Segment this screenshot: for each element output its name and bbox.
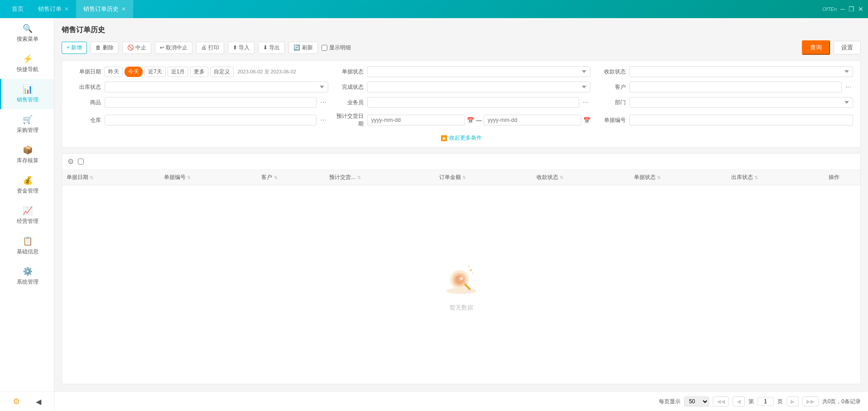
first-page-btn[interactable]: ◀◀ <box>713 396 729 406</box>
sidebar-icon: ⚡ <box>23 54 33 64</box>
tab-销售订单历史[interactable]: 销售订单历史 ✕ <box>76 0 133 18</box>
warehouse2-label: 仓库 <box>69 116 101 124</box>
close-icon[interactable]: ✕ <box>858 5 863 13</box>
sort-icon-customer[interactable]: ⇅ <box>274 175 278 180</box>
pagination-bar: 每页显示 50 10 20 100 ◀◀ ◀ 第 页 ▶ ▶▶ 共0页，0条记录 <box>54 392 868 411</box>
settings-button[interactable]: 设置 <box>834 41 861 54</box>
delivery-date-end[interactable] <box>484 115 581 126</box>
prev-page-btn[interactable]: ◀ <box>733 396 745 406</box>
date-btn-more[interactable]: 更多 <box>190 67 208 77</box>
tab-close-icon[interactable]: ✕ <box>121 6 126 12</box>
sort-icon-warehouse[interactable]: ⇅ <box>754 175 758 180</box>
date-label: 单据日期 <box>69 68 101 76</box>
sort-icon-receipt[interactable]: ⇅ <box>560 175 563 180</box>
product-input[interactable] <box>105 97 317 108</box>
date-btn-today[interactable]: 今天 <box>125 67 143 77</box>
salesperson-input[interactable] <box>367 97 579 108</box>
sidebar-item-搜索菜单[interactable]: 🔍搜索菜单 <box>0 18 54 48</box>
sidebar-item-基础信息[interactable]: 📋基础信息 <box>0 231 54 261</box>
collapse-btn[interactable]: 🔼 收起更多条件 <box>441 132 482 142</box>
date-range-text: 2023-06-02 至 2023-06-02 <box>237 68 296 75</box>
sidebar-item-资金管理[interactable]: 💰资金管理 <box>0 170 54 200</box>
last-page-btn[interactable]: ▶▶ <box>802 396 819 406</box>
sidebar-settings-icon[interactable]: ⚙ <box>13 396 20 406</box>
sidebar-item-经营管理[interactable]: 📈经营管理 <box>0 200 54 231</box>
tab-close-icon[interactable]: ✕ <box>64 6 69 12</box>
next-page-btn[interactable]: ▶ <box>786 396 799 406</box>
calendar-icon-end[interactable]: 📅 <box>583 117 590 124</box>
tab-首页[interactable]: 首页 <box>5 0 31 18</box>
content-area: 销售订单历史 + 新增 🗑 删除 🚫 中止 ↩ 取消中止 🖨 打印 ⬆ 导入 ⬇… <box>54 18 868 411</box>
tab-销售订单[interactable]: 销售订单 ✕ <box>31 0 76 18</box>
sidebar-label: 经营管理 <box>17 218 38 225</box>
warehouse-select[interactable] <box>105 82 328 92</box>
sidebar-item-采购管理[interactable]: 🛒采购管理 <box>0 109 54 140</box>
date-btn-yesterday[interactable]: 昨天 <box>105 67 123 77</box>
date-btn-custom[interactable]: 自定义 <box>210 67 234 77</box>
doc-no-input[interactable] <box>629 115 853 126</box>
sidebar-label: 系统管理 <box>17 278 38 286</box>
sort-icon-amount[interactable]: ⇅ <box>462 175 466 180</box>
customer-dots[interactable]: ··· <box>844 83 853 91</box>
delivery-date-field: 📅 — 📅 <box>367 115 591 126</box>
sort-icon-status[interactable]: ⇅ <box>657 175 661 180</box>
warehouse-label: 出库状态 <box>69 83 101 91</box>
sidebar-item-系统管理[interactable]: ⚙️系统管理 <box>0 261 54 291</box>
sidebar-item-库存核算[interactable]: 📦库存核算 <box>0 140 54 170</box>
calendar-icon-start[interactable]: 📅 <box>467 117 474 124</box>
page-number-input[interactable] <box>758 397 774 406</box>
sidebar-label: 资金管理 <box>17 187 38 195</box>
date-separator: — <box>476 117 482 124</box>
stop-button[interactable]: 🚫 中止 <box>122 42 151 54</box>
add-button[interactable]: + 新增 <box>62 42 87 54</box>
table-settings-icon[interactable]: ⚙ <box>67 157 74 166</box>
sort-icon-date[interactable]: ⇅ <box>90 175 93 180</box>
refresh-button[interactable]: 🔄 刷新 <box>288 42 317 54</box>
col-delivery: 预计交货... ⇅ <box>325 170 434 185</box>
cancel-stop-button[interactable]: ↩ 取消中止 <box>155 42 192 54</box>
select-all-checkbox[interactable] <box>78 159 84 164</box>
sidebar-bottom: ⚙ ◀ <box>0 392 54 411</box>
receipt-status-select[interactable] <box>629 66 853 77</box>
product-dots[interactable]: ··· <box>318 98 328 106</box>
filter-row-product: 商品 ··· 业务员 ··· 部门 <box>69 97 853 108</box>
query-button[interactable]: 查询 <box>802 40 830 55</box>
sidebar-item-销售管理[interactable]: 📊销售管理 <box>0 79 54 109</box>
page-size-select[interactable]: 50 10 20 100 <box>684 396 709 406</box>
status-field <box>367 66 591 77</box>
sort-icon-docno[interactable]: ⇅ <box>187 175 191 180</box>
restore-icon[interactable]: ❐ <box>849 5 854 13</box>
page-size-label: 每页显示 <box>659 398 681 406</box>
sidebar-label: 销售管理 <box>17 96 38 104</box>
customer-input[interactable] <box>629 82 841 92</box>
sort-icon-delivery[interactable]: ⇅ <box>357 175 361 180</box>
import-button[interactable]: ⬆ 导入 <box>228 42 254 54</box>
sidebar: 🔍搜索菜单⚡快捷导航📊销售管理🛒采购管理📦库存核算💰资金管理📈经营管理📋基础信息… <box>0 18 54 411</box>
complete-select[interactable] <box>367 82 591 92</box>
sidebar-label: 库存核算 <box>17 157 38 164</box>
filter-collapse-row: 🔼 收起更多条件 <box>69 132 853 142</box>
warehouse2-input[interactable] <box>105 115 317 126</box>
table-header: ⚙ <box>62 154 860 170</box>
dept-select[interactable] <box>629 97 853 108</box>
date-group: 昨天 今天 近7天 近1月 更多 自定义 <box>105 67 234 77</box>
date-btn-1month[interactable]: 近1月 <box>168 67 189 77</box>
status-select[interactable] <box>367 66 591 77</box>
sidebar-label: 快捷导航 <box>17 66 38 73</box>
warehouse2-dots[interactable]: ··· <box>318 116 328 124</box>
delivery-date-start[interactable] <box>367 115 465 126</box>
date-field: 昨天 今天 近7天 近1月 更多 自定义 2023-06-02 至 2023-0… <box>105 67 328 77</box>
date-btn-7days[interactable]: 近7天 <box>144 67 166 77</box>
print-button[interactable]: 🖨 打印 <box>196 42 224 54</box>
sidebar-collapse-icon[interactable]: ◀ <box>36 397 41 406</box>
page-unit: 页 <box>777 398 783 406</box>
col-receipt: 收款状态 ⇅ <box>532 170 629 185</box>
display-toggle-checkbox[interactable] <box>321 45 327 51</box>
export-button[interactable]: ⬇ 导出 <box>258 42 285 54</box>
minimize-icon[interactable]: ─ <box>840 5 845 13</box>
collapse-label: 收起更多条件 <box>449 134 482 142</box>
salesperson-dots[interactable]: ··· <box>581 98 590 106</box>
doc-no-label: 单据编号 <box>594 116 626 124</box>
delete-button[interactable]: 🗑 删除 <box>91 42 118 54</box>
sidebar-item-快捷导航[interactable]: ⚡快捷导航 <box>0 48 54 79</box>
